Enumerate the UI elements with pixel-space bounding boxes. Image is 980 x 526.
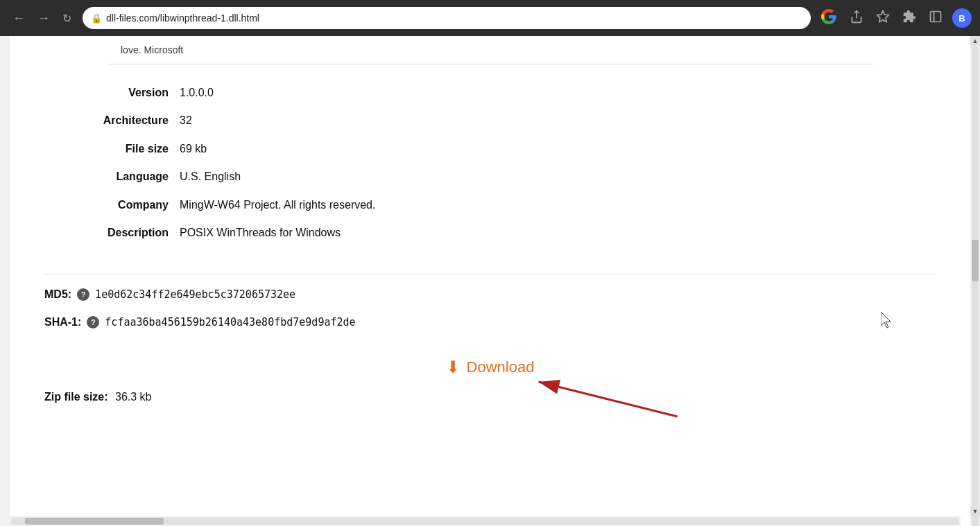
lock-icon: 🔒 <box>91 13 102 24</box>
address-text: dll-files.com/libwinpthread-1.dll.html <box>106 12 259 24</box>
sha1-label: SHA-1: <box>44 316 81 328</box>
architecture-row: Architecture 32 <box>79 113 936 128</box>
zip-size-label: Zip file size: <box>44 391 108 403</box>
download-button[interactable]: ⬇ Download <box>446 358 535 377</box>
top-teaser: love. Microsoft <box>107 36 873 64</box>
svg-rect-2 <box>931 12 941 22</box>
scroll-up-arrow[interactable]: ▲ <box>970 36 980 46</box>
google-icon <box>820 8 837 25</box>
nav-buttons: ← → ↻ <box>8 9 76 28</box>
company-label: Company <box>79 198 180 213</box>
refresh-button[interactable]: ↻ <box>58 9 76 28</box>
description-value: POSIX WinThreads for Windows <box>180 225 341 240</box>
version-row: Version 1.0.0.0 <box>79 85 936 100</box>
metadata-section: Version 1.0.0.0 Architecture 32 File siz… <box>10 64 970 274</box>
browser-actions: B <box>818 6 972 30</box>
profile-button[interactable]: B <box>952 8 972 28</box>
download-text: Download <box>467 358 535 376</box>
file-size-value: 69 kb <box>180 141 207 157</box>
zip-size-section: Zip file size: 36.3 kb <box>10 384 970 424</box>
version-label: Version <box>79 85 180 100</box>
share-button[interactable] <box>847 7 866 29</box>
download-section: ⬇ Download <box>10 344 970 384</box>
version-value: 1.0.0.0 <box>180 85 214 100</box>
bookmark-button[interactable] <box>873 7 893 29</box>
sidebar-toggle-button[interactable] <box>926 7 945 29</box>
company-row: Company MingW-W64 Project. All rights re… <box>79 198 936 213</box>
hash-section: MD5: ? 1e0d62c34ff2e649ebc5c372065732ee … <box>10 288 970 328</box>
md5-help-icon[interactable]: ? <box>77 288 89 301</box>
separator <box>44 274 936 274</box>
extensions-button[interactable] <box>900 7 919 29</box>
language-label: Language <box>79 169 180 184</box>
google-button[interactable] <box>818 6 840 30</box>
language-row: Language U.S. English <box>79 169 936 184</box>
address-bar[interactable]: 🔒 dll-files.com/libwinpthread-1.dll.html <box>83 7 811 29</box>
architecture-value: 32 <box>180 113 192 128</box>
sha1-row: SHA-1: ? fcfaa36ba456159b26140a43e80fbd7… <box>44 316 970 328</box>
download-icon: ⬇ <box>446 358 460 377</box>
metadata-table: Version 1.0.0.0 Architecture 32 File siz… <box>79 85 936 240</box>
scrollbar-thumb[interactable] <box>972 240 979 281</box>
md5-row: MD5: ? 1e0d62c34ff2e649ebc5c372065732ee <box>44 288 970 301</box>
top-teaser-text: love. Microsoft <box>121 44 183 55</box>
architecture-label: Architecture <box>79 113 180 128</box>
sha1-value: fcfaa36ba456159b26140a43e80fbd7e9d9af2de <box>105 316 355 328</box>
bottom-scrollbar[interactable] <box>10 516 961 526</box>
md5-label: MD5: <box>44 288 71 301</box>
description-label: Description <box>79 225 180 240</box>
language-value: U.S. English <box>180 169 241 184</box>
file-size-label: File size <box>79 141 180 157</box>
svg-marker-1 <box>877 11 889 22</box>
h-scrollbar-track[interactable] <box>11 518 959 525</box>
page-wrapper: love. Microsoft Version 1.0.0.0 Architec… <box>0 36 980 526</box>
sha1-help-icon[interactable]: ? <box>87 316 99 328</box>
left-spacer <box>0 36 10 526</box>
md5-value: 1e0d62c34ff2e649ebc5c372065732ee <box>95 288 295 301</box>
browser-chrome: ← → ↻ 🔒 dll-files.com/libwinpthread-1.dl… <box>0 0 980 36</box>
zip-size-value: 36.3 kb <box>115 391 151 403</box>
description-row: Description POSIX WinThreads for Windows <box>79 225 936 240</box>
scroll-down-arrow[interactable]: ▼ <box>970 507 980 516</box>
h-scrollbar-thumb[interactable] <box>25 518 164 525</box>
company-value: MingW-W64 Project. All rights reserved. <box>180 198 375 213</box>
scrollbar-track[interactable] <box>972 46 979 526</box>
back-button[interactable]: ← <box>8 9 29 27</box>
right-scrollbar[interactable]: ▲ ▼ <box>970 36 980 526</box>
forward-button[interactable]: → <box>33 9 54 27</box>
main-content: love. Microsoft Version 1.0.0.0 Architec… <box>10 36 970 526</box>
file-size-row: File size 69 kb <box>79 141 936 157</box>
